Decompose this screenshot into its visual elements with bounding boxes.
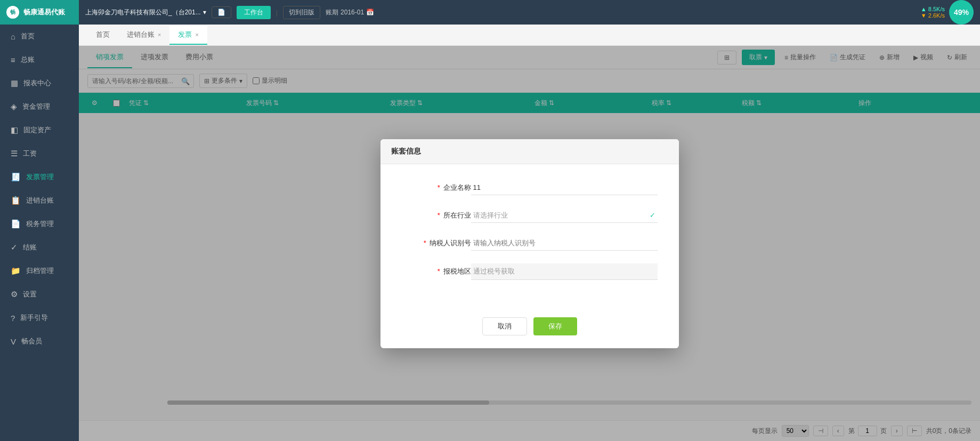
sidebar-item-member[interactable]: V 畅会员 xyxy=(0,330,79,353)
period-label: 账期 xyxy=(326,8,338,17)
industry-row: * 所在行业 请选择行业 ✓ xyxy=(402,208,658,223)
salary-icon: ☰ xyxy=(11,149,18,158)
sidebar-item-label: 固定资产 xyxy=(23,125,51,135)
company-name-label: * 企业名称 xyxy=(402,183,471,193)
sidebar-item-label: 进销台账 xyxy=(26,196,54,205)
trading-icon: 📋 xyxy=(11,196,21,205)
tab-trading-close[interactable]: × xyxy=(158,31,161,38)
separator: | xyxy=(276,9,278,17)
tax-region-row: * 报税地区 通过税号获取 xyxy=(402,263,658,280)
modal-overlay: 账套信息 * 企业名称 xyxy=(79,46,980,441)
sidebar-item-guide[interactable]: ? 新手引导 xyxy=(0,306,79,330)
tabbar: 首页 进销台账 × 发票 × xyxy=(79,25,980,46)
company-selector[interactable]: 上海卯金刀电子科技有限公司_（台201... ▾ xyxy=(85,8,206,17)
sidebar-item-label: 结账 xyxy=(23,243,37,252)
industry-select-wrap: 请选择行业 ✓ xyxy=(471,208,658,223)
sidebar-item-archive[interactable]: 📁 归档管理 xyxy=(0,259,79,283)
guide-icon: ? xyxy=(11,314,15,323)
main-area: 上海卯金刀电子科技有限公司_（台201... ▾ 📄 工作台 | 切到旧版 账期… xyxy=(79,0,980,441)
tab-home[interactable]: 首页 xyxy=(87,26,118,45)
industry-field: 请选择行业 ✓ xyxy=(471,208,658,223)
sidebar-item-checkout[interactable]: ✓ 结账 xyxy=(0,236,79,259)
sidebar-item-label: 畅会员 xyxy=(21,336,42,346)
sidebar-item-label: 资金管理 xyxy=(22,102,50,111)
company-name-label-text: 企业名称 xyxy=(443,183,471,191)
sidebar-item-trading[interactable]: 📋 进销台账 xyxy=(0,189,79,212)
sidebar-item-label: 发票管理 xyxy=(26,172,54,182)
modal-title: 账套信息 xyxy=(380,139,679,164)
logo-icon: 畅 xyxy=(6,6,19,19)
sidebar-item-label: 归档管理 xyxy=(26,266,54,276)
sidebar: 畅 畅康通易代账 ⌂ 首页 ≡ 总账 ▦ 报表中心 ◈ 资金管理 ◧ 固定资产 … xyxy=(0,0,79,441)
company-name-field xyxy=(471,180,658,195)
ledger-icon: ≡ xyxy=(11,55,15,65)
switch-old-button[interactable]: 切到旧版 xyxy=(283,6,320,19)
modal-footer: 取消 保存 xyxy=(380,309,679,348)
content-area: 销项发票 进项发票 费用小票 ⊞ 取票 ▾ ≡ 批量操作 📄 xyxy=(79,46,980,441)
tax-region-field: 通过税号获取 xyxy=(471,263,658,280)
tax-id-row: * 纳税人识别号 xyxy=(402,236,658,251)
tax-region-readonly: 通过税号获取 xyxy=(471,263,658,280)
sidebar-item-reports[interactable]: ▦ 报表中心 xyxy=(0,71,79,95)
company-name: 上海卯金刀电子科技有限公司_（台201... xyxy=(85,8,201,17)
home-icon: ⌂ xyxy=(11,32,15,41)
tab-home-label: 首页 xyxy=(96,30,110,39)
workbench-button[interactable]: 工作台 xyxy=(237,6,271,19)
company-dropdown-icon: ▾ xyxy=(203,9,206,16)
topbar: 上海卯金刀电子科技有限公司_（台201... ▾ 📄 工作台 | 切到旧版 账期… xyxy=(79,0,980,25)
tab-trading[interactable]: 进销台账 × xyxy=(118,26,169,45)
calendar-icon: 📅 xyxy=(366,9,374,16)
archive-icon: 📁 xyxy=(11,266,21,276)
gear-icon: ⚙ xyxy=(11,290,18,299)
account-info-modal: 账套信息 * 企业名称 xyxy=(380,139,679,348)
sidebar-item-tax[interactable]: 📄 税务管理 xyxy=(0,212,79,236)
member-icon: V xyxy=(11,337,16,346)
assets-icon: ◧ xyxy=(11,125,18,135)
finance-icon: ◈ xyxy=(11,102,17,111)
tax-region-label-text: 报税地区 xyxy=(443,267,471,275)
tab-trading-label: 进销台账 xyxy=(127,30,155,39)
sidebar-item-invoice[interactable]: 🧾 发票管理 xyxy=(0,165,79,189)
required-mark: * xyxy=(438,183,440,191)
speed-circle: 49% xyxy=(949,0,974,25)
sidebar-item-label: 首页 xyxy=(21,31,35,41)
tax-icon: 📄 xyxy=(11,219,21,229)
speed-percent: 49% xyxy=(954,8,969,17)
speed-up: ▲ 8.5K/s xyxy=(921,6,945,12)
tab-invoice-close[interactable]: × xyxy=(195,31,198,38)
save-button[interactable]: 保存 xyxy=(533,317,577,335)
sidebar-item-settings[interactable]: ⚙ 设置 xyxy=(0,283,79,306)
sidebar-item-label: 总账 xyxy=(21,55,35,65)
doc-button[interactable]: 📄 xyxy=(212,6,231,18)
sidebar-item-assets[interactable]: ◧ 固定资产 xyxy=(0,118,79,142)
sidebar-item-label: 新手引导 xyxy=(20,313,48,323)
tax-id-input[interactable] xyxy=(471,236,658,251)
period-value: 2016-01 xyxy=(341,9,364,16)
sidebar-item-label: 报表中心 xyxy=(23,78,51,88)
invoice-icon: 🧾 xyxy=(11,172,21,182)
sidebar-item-home[interactable]: ⌂ 首页 xyxy=(0,25,79,48)
sidebar-item-ledger[interactable]: ≡ 总账 xyxy=(0,48,79,71)
industry-select[interactable]: 请选择行业 xyxy=(471,208,658,222)
speed-stats: ▲ 8.5K/s ▼ 2.6K/s xyxy=(921,6,945,19)
tax-region-label: * 报税地区 xyxy=(402,267,471,276)
tab-invoice-label: 发票 xyxy=(178,30,192,39)
cancel-button[interactable]: 取消 xyxy=(482,317,527,335)
tax-id-label: * 纳税人识别号 xyxy=(402,238,471,248)
checkout-icon: ✓ xyxy=(11,243,18,252)
app-logo: 畅 畅康通易代账 xyxy=(0,0,79,25)
tab-invoice[interactable]: 发票 × xyxy=(169,26,207,45)
company-name-input[interactable] xyxy=(471,180,658,195)
company-name-row: * 企业名称 xyxy=(402,180,658,195)
topbar-right: ▲ 8.5K/s ▼ 2.6K/s 49% xyxy=(921,0,974,25)
modal-body: * 企业名称 * 所在行业 xyxy=(380,164,679,309)
sidebar-item-label: 税务管理 xyxy=(26,219,54,229)
reports-icon: ▦ xyxy=(11,78,18,88)
logo-text: 畅康通易代账 xyxy=(23,7,65,17)
required-mark: * xyxy=(438,267,440,275)
industry-label-text: 所在行业 xyxy=(443,211,471,219)
speed-down: ▼ 2.6K/s xyxy=(921,12,945,19)
sidebar-item-salary[interactable]: ☰ 工资 xyxy=(0,142,79,165)
sidebar-item-label: 设置 xyxy=(23,290,37,299)
sidebar-item-finance[interactable]: ◈ 资金管理 xyxy=(0,95,79,118)
